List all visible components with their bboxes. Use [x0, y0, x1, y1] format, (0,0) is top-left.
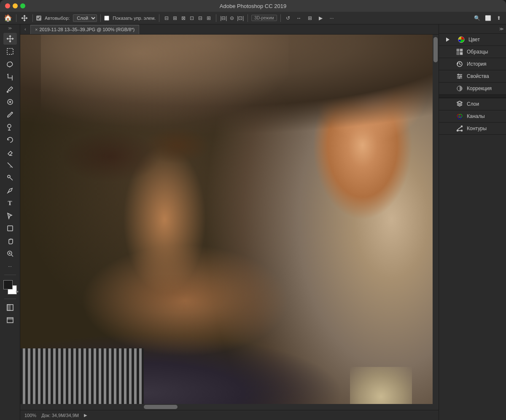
zoom-tool[interactable] [3, 248, 17, 259]
doc-size: Док: 34,9M/34,9M [41, 413, 79, 418]
svg-rect-9 [7, 318, 13, 323]
dist-left[interactable]: |⊟| [220, 14, 227, 22]
panel-separator-1 [439, 95, 506, 98]
panel-item-samples[interactable]: Образцы [439, 46, 506, 58]
marquee-tool[interactable] [3, 45, 17, 57]
tab-scroll-left[interactable]: ‹ [22, 26, 29, 33]
scrollbar-thumb-h[interactable] [144, 405, 178, 409]
gradient-tool[interactable] [3, 159, 17, 171]
align-bottom-edges[interactable]: ⊞ [205, 14, 213, 22]
workspace-button[interactable]: ⬜ [484, 14, 492, 22]
toolbar-right: 🔍 ⬜ ⬆ [473, 14, 503, 22]
traffic-lights [5, 3, 25, 8]
tool-separator-2 [4, 299, 16, 299]
dist-center-h[interactable]: ⊝ [228, 14, 236, 22]
panel-item-layers[interactable]: Слои [439, 98, 506, 110]
scrollbar-horizontal[interactable] [20, 404, 433, 410]
panel-section-layers: Слои [439, 98, 506, 110]
main-layout: ≫ [0, 24, 506, 420]
move-tool[interactable] [3, 33, 17, 45]
svg-point-19 [458, 74, 459, 75]
hand-tool[interactable] [3, 235, 17, 247]
pen-tool[interactable] [3, 185, 17, 196]
change-screen-mode[interactable] [3, 314, 17, 326]
panel-item-properties[interactable]: Свойства [439, 70, 506, 82]
right-panel: ≫ Цвет [439, 24, 506, 420]
panel-collapse-right[interactable]: ≫ [499, 27, 503, 31]
home-button[interactable]: 🏠 [3, 13, 13, 23]
shirt-area [20, 348, 144, 404]
dist-right[interactable]: |⊡| [237, 14, 244, 22]
align-centers-h[interactable]: ⊞ [171, 14, 179, 22]
panel-section-corrections: Коррекция [439, 83, 506, 95]
main-toolbar: 🏠 Автовыбор: Слой Показать упр. элем. ⊟ … [0, 12, 506, 24]
flip-icon[interactable]: ↔ [295, 14, 303, 22]
tab-close-button[interactable]: × [35, 27, 38, 32]
paths-label: Контуры [467, 126, 487, 131]
svg-rect-11 [457, 49, 459, 51]
toolbar-divider-2 [32, 14, 33, 22]
properties-label: Свойства [467, 73, 489, 79]
panel-item-paths[interactable]: Контуры [439, 123, 506, 134]
swap-colors-icon[interactable]: ⇄ [16, 290, 19, 294]
crop-tool[interactable] [3, 71, 17, 83]
svg-rect-8 [7, 305, 10, 310]
maximize-button[interactable] [20, 3, 25, 8]
panel-item-history[interactable]: История [439, 58, 506, 70]
heal-tool[interactable] [3, 96, 17, 108]
video-icon[interactable]: ▶ [317, 14, 325, 22]
rotate-icon[interactable]: ↺ [284, 14, 292, 22]
panel-section-history: История [439, 58, 506, 70]
more-icon[interactable]: ··· [328, 14, 336, 22]
search-button[interactable]: 🔍 [473, 14, 481, 22]
share-button[interactable]: ⬆ [495, 14, 503, 22]
svg-rect-13 [457, 52, 459, 55]
color-swatches[interactable]: ⇄ [3, 279, 18, 294]
paths-icon [456, 125, 463, 132]
shape-tool[interactable] [3, 222, 17, 234]
scrollbar-vertical[interactable] [433, 35, 439, 410]
align-left-edges[interactable]: ⊟ [163, 14, 170, 22]
foreground-color-swatch[interactable] [3, 280, 13, 289]
panel-item-color[interactable]: Цвет [439, 34, 506, 45]
show-transform-checkbox[interactable] [104, 16, 109, 21]
samples-icon [456, 48, 463, 56]
3d-mode-label[interactable]: 3D-режим [251, 15, 277, 21]
scrollbar-thumb-v[interactable] [433, 37, 438, 62]
photo-image [20, 35, 433, 404]
quick-mask-tool[interactable] [3, 302, 17, 313]
align-top-edges[interactable]: ⊡ [188, 14, 196, 22]
corrections-label: Коррекция [467, 86, 492, 91]
align-right-edges[interactable]: ⊠ [180, 14, 187, 22]
canvas-scroll-area[interactable] [20, 35, 439, 410]
lasso-tool[interactable] [3, 58, 17, 70]
eraser-tool[interactable] [3, 147, 17, 158]
more-tools[interactable]: ··· [3, 260, 17, 272]
play-icon [446, 37, 449, 42]
move-tool-button[interactable] [20, 13, 29, 23]
layer-select[interactable]: Слой [73, 14, 97, 22]
align-centers-v[interactable]: ⊟ [196, 14, 204, 22]
eyedropper-tool[interactable] [3, 83, 17, 95]
autoselect-label: Автовыбор: [45, 16, 70, 21]
play-button[interactable] [443, 35, 452, 44]
more-icon: ··· [8, 264, 12, 269]
text-tool[interactable]: T [3, 197, 17, 209]
autoselect-checkbox[interactable] [36, 16, 41, 21]
active-tab[interactable]: × 2019-11-28 13–35–39.JPG @ 100% (RGB/8*… [30, 25, 139, 34]
align-group: ⊟ ⊞ ⊠ ⊡ ⊟ ⊞ [163, 14, 213, 22]
dodge-tool[interactable] [3, 172, 17, 184]
close-button[interactable] [5, 3, 10, 8]
history-brush-tool[interactable] [3, 134, 17, 146]
brush-tool[interactable] [3, 109, 17, 120]
status-arrow[interactable]: ▶ [84, 413, 87, 417]
minimize-button[interactable] [13, 3, 18, 8]
panel-section-properties: Свойства [439, 70, 506, 83]
toolbox-collapse[interactable]: ≫ [8, 26, 12, 30]
path-select-tool[interactable] [3, 210, 17, 222]
panel-item-corrections[interactable]: Коррекция [439, 83, 506, 94]
svg-point-4 [8, 175, 10, 178]
transform-icon[interactable]: ⊞ [306, 14, 314, 22]
clone-stamp-tool[interactable] [3, 121, 17, 133]
panel-item-channels[interactable]: Каналы [439, 110, 506, 122]
